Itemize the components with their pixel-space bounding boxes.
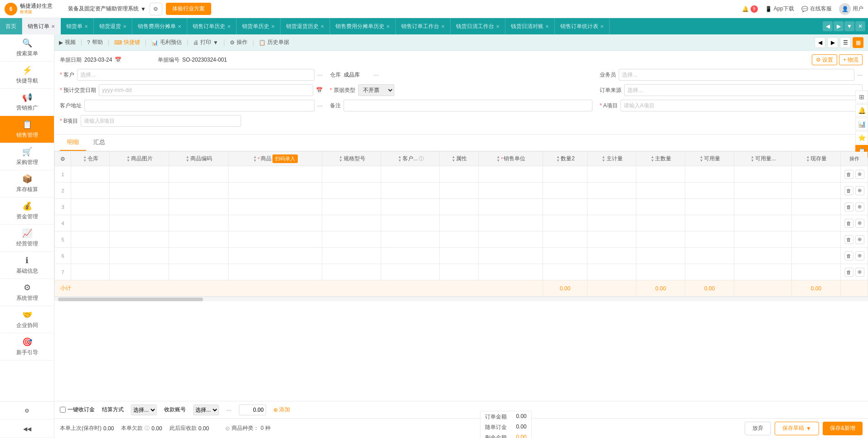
sidebar-item-collab[interactable]: 🤝 企业协同 [0,306,54,333]
tab-sales-expense[interactable]: 销售费用分摊单 ✕ [132,18,187,34]
dropdown-arrow-icon[interactable]: ▼ [806,425,811,432]
row-code-2[interactable] [169,183,228,199]
tab-sales-return-history[interactable]: 销货退货历史 ✕ [281,18,330,34]
quick-btn-3[interactable]: 📊 [855,118,868,130]
tab-sales-return[interactable]: 销货退货 ✕ [94,18,132,34]
col-spec[interactable]: ▲▼规格型号 [322,152,381,166]
col-settings[interactable]: ⚙ [55,152,71,166]
add-receipt-btn[interactable]: ⊕ 添加 [273,406,290,414]
b-project-input[interactable] [81,115,241,127]
tab-close-icon[interactable]: ✕ [545,24,549,29]
tab-close-icon[interactable]: ✕ [271,24,275,29]
col-warehouse[interactable]: ▲▼仓库 [71,152,110,166]
tab-close-icon[interactable]: ✕ [496,24,499,29]
col-code[interactable]: ▲▼商品编码 [169,152,228,166]
tab-close-icon[interactable]: ✕ [178,24,181,29]
tab-sales-bill[interactable]: 销货单 ✕ [61,18,94,34]
row-copy-1[interactable]: ⊕ [855,170,864,179]
tab-sales-order-history[interactable]: 销售订单历史 ✕ [187,18,237,34]
row-main-qty-1[interactable] [636,166,685,183]
col-product[interactable]: ▲▼ *商品 扫码录入 [228,152,322,166]
tab-detail[interactable]: 明细 [60,135,86,151]
row-delete-4[interactable]: 🗑 [844,219,853,228]
sidebar-item-purchase[interactable]: 🛒 采购管理 [0,143,54,170]
row-qty2-2[interactable] [543,183,587,199]
col-main-qty[interactable]: ▲▼主数量 [636,152,685,166]
logistics-btn[interactable]: + 物流 [839,54,863,65]
online-service-btn[interactable]: 💬 在线客服 [801,5,832,13]
receipt-amount-input[interactable] [239,404,266,415]
sidebar-item-system[interactable]: ⚙ 系统管理 [0,279,54,306]
view-form-btn[interactable]: ▦ [853,37,863,48]
row-delete-7[interactable]: 🗑 [844,268,853,277]
tab-sales-workbench[interactable]: 销售订单工作台 ✕ [396,18,451,34]
delivery-date-input[interactable] [99,84,313,96]
pay-method-select[interactable]: 选择... [131,404,157,415]
col-unit[interactable]: ▲▼ *销售单位 [478,152,543,166]
sidebar-item-shortcut[interactable]: ⚡ 快捷导航 [0,62,54,89]
tab-home[interactable]: 首页 [0,18,22,34]
staff-input[interactable] [619,69,854,81]
tab-daily-reconcile[interactable]: 钱货日清对账 ✕ [505,18,555,34]
scan-btn[interactable]: 扫码录入 [272,154,298,163]
col-stock[interactable]: ▲▼现存量 [791,152,840,166]
col-available2[interactable]: ▲▼可用量... [734,152,791,166]
sidebar-item-guide[interactable]: 🎯 新手引导 [0,333,54,361]
tab-sales-expense-history[interactable]: 销售费用分摊单历史 ✕ [330,18,396,34]
row-copy-2[interactable]: ⊕ [855,186,864,195]
action-shortcut[interactable]: ⌨ 快捷键 [114,39,140,46]
notification-btn[interactable]: 🔔 9 9 [742,5,758,13]
tab-close-icon[interactable]: ✕ [441,24,445,29]
horizontal-scrollbar[interactable] [54,297,868,301]
sidebar-item-sales[interactable]: 📋 销售管理 [0,116,54,143]
staff-dots-btn[interactable]: ··· [857,71,863,78]
a-project-input[interactable] [621,100,863,111]
row-copy-3[interactable]: ⊕ [855,202,864,212]
row-code-1[interactable] [169,166,228,183]
action-print[interactable]: 🖨 打印 ▼ [193,39,218,46]
address-input[interactable] [84,100,315,111]
tab-close-icon[interactable]: ✕ [227,24,231,29]
row-copy-6[interactable]: ⊕ [855,251,864,260]
tab-close-icon[interactable]: ✕ [84,24,88,29]
receipt-num-select[interactable]: 选择... [193,404,219,415]
tab-close-icon[interactable]: ✕ [123,24,126,29]
sidebar-item-inventory[interactable]: 📦 库存核算 [0,170,54,197]
tab-close-icon[interactable]: ✕ [51,24,55,29]
confirm-order-checkbox[interactable]: 一键收订金 [60,406,95,414]
view-next-btn[interactable]: ▶ [827,37,838,48]
row-qty2-1[interactable] [543,166,587,183]
order-source-input[interactable] [624,84,863,96]
row-delete-3[interactable]: 🗑 [844,202,853,212]
row-copy-7[interactable]: ⊕ [855,268,864,277]
save-draft-btn[interactable]: 保存草稿 ▼ [775,422,819,435]
row-copy-5[interactable]: ⊕ [855,235,864,244]
industry-btn[interactable]: 体验行业方案 [166,3,211,15]
invoice-type-select[interactable]: 不开票 [358,84,394,96]
quick-btn-2[interactable]: 🔔 [855,104,868,117]
tab-summary[interactable]: 汇总 [86,135,112,151]
sidebar-item-collapse[interactable]: ◀◀ [0,420,54,438]
col-qty2[interactable]: ▲▼数量2 [543,152,587,166]
row-delete-5[interactable]: 🗑 [844,235,853,244]
settings-icon-btn[interactable]: ⚙ [150,3,162,15]
tab-daily-workbench[interactable]: 钱货日清工作台 ✕ [451,18,505,34]
col-customer-code[interactable]: ▲▼客户... ⓘ [381,152,440,166]
app-download-btn[interactable]: 📱 App下载 [765,5,794,13]
customer-dots-btn[interactable]: ··· [317,71,323,78]
col-attr[interactable]: ▲▼属性 [440,152,478,166]
tab-sales-stats[interactable]: 销售订单统计表 ✕ [555,18,610,34]
row-product-2[interactable] [228,183,322,199]
view-list-btn[interactable]: ☰ [840,37,851,48]
tab-close-icon[interactable]: ✕ [320,24,324,29]
row-unit-2[interactable] [478,183,543,199]
row-warehouse-2[interactable] [71,183,110,199]
tab-menu-btn[interactable]: ▼ [844,21,854,31]
quick-btn-4[interactable]: ⭐ [855,131,868,144]
discard-btn[interactable]: 放弃 [745,422,771,435]
sidebar-item-search[interactable]: 🔍 搜索菜单 [0,34,54,62]
sidebar-item-marketing[interactable]: 📢 营销推广 [0,89,54,116]
delivery-calendar-icon[interactable]: 📅 [316,87,323,93]
sidebar-item-operations[interactable]: 📈 经营管理 [0,225,54,252]
row-delete-6[interactable]: 🗑 [844,251,853,260]
